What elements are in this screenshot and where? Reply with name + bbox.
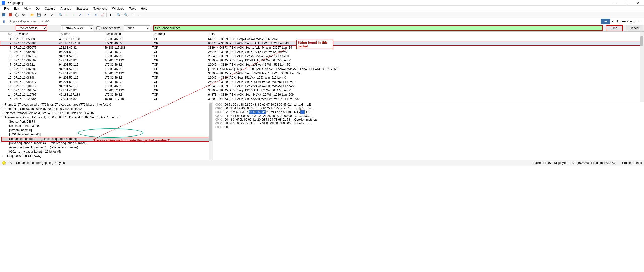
status-packets: Packets: 1097 · Displayed: 1097 (100.0%)… [532, 161, 615, 165]
packet-row[interactable]: 907:16:11.088342172.31.46.8294.201.52.11… [0, 71, 644, 75]
status-profile[interactable]: Profile: Default [622, 161, 642, 165]
last-packet-icon[interactable]: ⇲ [93, 12, 98, 18]
menu-analyze[interactable]: Analyze [58, 6, 74, 11]
start-capture-icon[interactable] [1, 12, 7, 18]
find-packet-bar: Packet details Narrow & Wide Case sensit… [0, 25, 644, 32]
expression-button[interactable]: Expression... [615, 19, 636, 24]
packet-row[interactable]: 507:16:11.08717294.201.52.112172.31.46.8… [0, 54, 644, 58]
menu-edit[interactable]: Edit [11, 6, 22, 11]
details-scrollbar[interactable] [209, 102, 213, 160]
find-button[interactable]: Find [606, 25, 623, 31]
packet-row[interactable]: 807:16:11.08728694.201.52.112172.31.46.8… [0, 67, 644, 71]
packet-row[interactable]: 1107:16:11.08981794.201.52.112172.31.46.… [0, 80, 644, 84]
annotation-circle [78, 128, 143, 138]
save-file-icon[interactable]: 💾 [36, 12, 42, 18]
svg-rect-0 [2, 13, 5, 16]
status-field: Sequence number (tcp.seq), 4 bytes [16, 161, 65, 165]
packet-row[interactable]: 1207:16:11.10151294.201.52.112172.31.46.… [0, 84, 644, 88]
find-charset-select[interactable]: Narrow & Wide [61, 25, 93, 31]
close-button[interactable]: ✕ [632, 0, 644, 6]
packet-list-header[interactable]: No Day Time Source Destination Protocol … [0, 32, 644, 37]
detail-row[interactable]: 0101 .... = Header Length: 20 bytes (5) [2, 150, 213, 154]
find-text-input[interactable] [153, 25, 603, 31]
zoom-out-icon[interactable]: 🔍- [124, 12, 129, 18]
filter-apply-button[interactable]: ➔ [601, 19, 610, 24]
add-filter-button[interactable]: + [637, 19, 643, 24]
annotation-match: Here is string match inside that packet … [94, 138, 170, 142]
zoom-in-icon[interactable]: 🔍+ [117, 12, 123, 18]
packet-row[interactable]: 1507:16:11.120985172.31.46.8246.183.117.… [0, 97, 644, 101]
display-filter-bar: ▮ ➔ ▾ Expression... + [0, 18, 644, 25]
reload-icon[interactable]: ⟳ [49, 12, 55, 18]
hex-row[interactable]: 0050 68 3d 68 65 6c 6c 6f 0d 0a 01 00 08… [215, 122, 644, 125]
detail-row[interactable]: Ethernet II, Src: 06:48:80:e6:d7:20, Dst… [2, 107, 213, 111]
detail-row[interactable]: Acknowledgment number: 1 (relative ack n… [2, 146, 213, 150]
statusbar: ✎ Sequence number (tcp.seq), 4 bytes Pac… [0, 160, 644, 166]
col-dst[interactable]: Destination [104, 32, 152, 37]
col-prot[interactable]: Protocol [152, 32, 208, 37]
filter-history-dropdown[interactable]: ▾ [611, 19, 614, 24]
zoom-reset-icon[interactable]: ⊡ [130, 12, 136, 18]
packet-row[interactable]: 1307:16:11.101552172.31.46.8294.201.52.1… [0, 88, 644, 92]
annotation-found: String found in this packet [296, 40, 333, 49]
hex-row[interactable]: 0020 2e 52 fd 69 0d 3d c7 a9 b5 de 21 e9… [215, 110, 644, 114]
prev-packet-icon[interactable]: ← [64, 12, 70, 18]
detail-row[interactable]: Transmission Control Protocol, Src Port:… [2, 116, 213, 120]
menu-statistics[interactable]: Statistics [74, 6, 91, 11]
packet-bytes-pane[interactable]: 0000 06 71 09 cb f8 02 06 48 80 e6 d7 20… [213, 102, 644, 160]
detail-row[interactable]: Frame 2: 97 bytes on wire (776 bits), 97… [2, 103, 213, 107]
menu-help[interactable]: Help [138, 6, 150, 11]
expert-info-icon[interactable] [2, 161, 6, 165]
colorize-icon[interactable]: ◧ [108, 12, 114, 18]
hex-row[interactable]: 0000 06 71 09 cb f8 02 06 48 80 e6 d7 20… [215, 103, 644, 107]
detail-row[interactable]: Internet Protocol Version 4, Src: 46.183… [2, 111, 213, 116]
find-type-select[interactable]: String [124, 25, 150, 31]
col-info[interactable]: Info [208, 32, 644, 37]
menu-wireless[interactable]: Wireless [110, 6, 126, 11]
col-no[interactable]: No [0, 32, 14, 37]
menu-telephony[interactable]: Telephony [91, 6, 110, 11]
first-packet-icon[interactable]: ⇱ [86, 12, 92, 18]
svg-rect-1 [9, 13, 12, 16]
hex-row[interactable]: 0060 00 . [215, 125, 644, 129]
window-title: DP2.pcapng [7, 1, 23, 5]
restart-capture-icon[interactable] [14, 12, 20, 18]
packet-row[interactable]: 707:16:11.08721494.201.52.112172.31.46.8… [0, 62, 644, 67]
menu-go[interactable]: Go [33, 6, 42, 11]
col-src[interactable]: Source [59, 32, 104, 37]
packet-row[interactable]: 607:16:11.087197172.31.46.8294.201.52.11… [0, 58, 644, 62]
packet-row[interactable]: 407:16:11.08678294.201.52.112172.31.46.8… [0, 50, 644, 54]
bookmark-icon[interactable]: ▮ [1, 19, 7, 24]
main-toolbar: ⚙ 📂 💾 ✖ ⟳ 🔍 ← → ↗ ⇱ ⇲ 📈 ◧ 🔍+ 🔍- ⊡ ↔ [0, 12, 644, 18]
edit-filter-icon[interactable]: ✎ [10, 161, 12, 165]
find-scope-select[interactable]: Packet details [16, 25, 47, 31]
col-time[interactable]: Day Time [14, 32, 59, 37]
close-file-icon[interactable]: ✖ [43, 12, 48, 18]
hex-row[interactable]: 0010 00 53 c4 29 40 00 35 06 d2 94 2e b7… [215, 107, 644, 110]
detail-row[interactable]: Destination Port: 3389 [2, 124, 213, 128]
packet-row[interactable]: 1407:16:11.11679746.183.117.188172.31.46… [0, 92, 644, 97]
open-file-icon[interactable]: 📂 [29, 12, 35, 18]
case-sensitive-checkbox[interactable]: Case sensitive [96, 26, 120, 30]
menu-capture[interactable]: Capture [42, 6, 58, 11]
hex-row[interactable]: 0030 04 02 b1 a0 00 00 03 00 00 2b 26 e0… [215, 114, 644, 118]
detail-row[interactable]: Flags: 0x018 (PSH, ACK) [2, 154, 213, 158]
packet-list-scrollbar[interactable] [640, 32, 644, 102]
maximize-button[interactable]: ▢ [621, 0, 632, 6]
capture-options-icon[interactable]: ⚙ [21, 12, 26, 18]
hex-row[interactable]: 0040 00 43 6f 6f 6b 69 65 3a 20 6d 73 74… [215, 118, 644, 122]
cancel-button[interactable]: Cancel [626, 25, 643, 31]
detail-row[interactable]: Source Port: 64873 [2, 120, 213, 124]
jump-packet-icon[interactable]: ↗ [77, 12, 83, 18]
menu-view[interactable]: View [22, 6, 33, 11]
display-filter-input[interactable] [8, 19, 600, 24]
auto-scroll-icon[interactable]: 📈 [99, 12, 105, 18]
menu-tools[interactable]: Tools [126, 6, 138, 11]
next-packet-icon[interactable]: → [71, 12, 76, 18]
resize-columns-icon[interactable]: ↔ [137, 12, 142, 18]
stop-capture-icon[interactable] [8, 12, 13, 18]
menu-file[interactable]: File [2, 6, 11, 11]
packet-row[interactable]: 1007:16:11.08898494.201.52.112172.31.46.… [0, 75, 644, 80]
minimize-button[interactable]: — [609, 0, 621, 6]
find-packet-icon[interactable]: 🔍 [58, 12, 63, 18]
